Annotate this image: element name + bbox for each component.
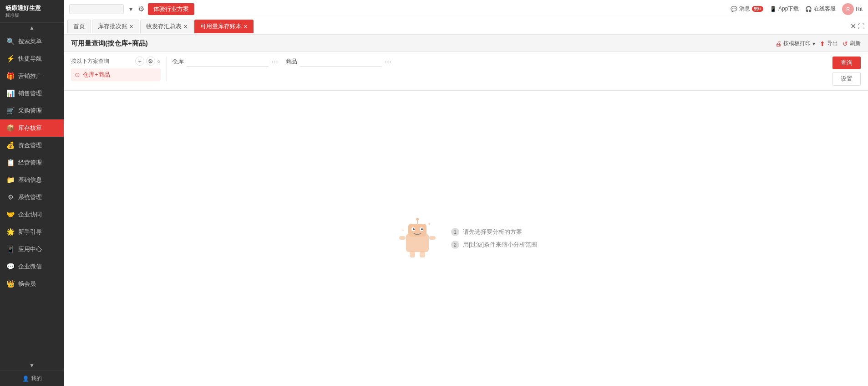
expand-tabs-btn[interactable]: ⛶ xyxy=(858,23,864,30)
tab-available-qty[interactable]: 可用量库存账本✕ xyxy=(194,20,254,33)
close-all-tabs-btn[interactable]: ✕ xyxy=(850,22,856,31)
inventory-label: 库存核算 xyxy=(18,124,42,132)
topbar-user[interactable]: R Rit xyxy=(842,3,863,15)
warehouse-goods-scheme-icon: ⊙ xyxy=(75,71,80,78)
quick-nav-label: 快捷导航 xyxy=(18,55,42,63)
scheme-items-container: ⊙ 仓库+商品 xyxy=(71,68,161,81)
query-actions: 查询 设置 xyxy=(829,57,861,86)
sidebar-item-inventory[interactable]: 📦 库存核算 xyxy=(0,119,64,137)
print-label: 按模板打印 xyxy=(783,40,811,47)
topbar-app-download[interactable]: 📱 App下载 xyxy=(770,5,799,13)
tip-num-2: 2 xyxy=(451,241,459,249)
scheme-settings-btn[interactable]: ⚙ xyxy=(146,57,155,66)
wechat-icon: 💬 xyxy=(6,262,15,271)
tabs-right: ✕ ⛶ xyxy=(850,22,864,31)
finance-label: 资金管理 xyxy=(18,141,42,149)
sidebar-scroll-up[interactable]: ▲ xyxy=(0,23,64,33)
add-scheme-btn[interactable]: + xyxy=(135,57,144,66)
tab-label-home: 首页 xyxy=(73,22,85,31)
quick-nav-icon: ⚡ xyxy=(6,55,15,63)
sidebar-item-operations[interactable]: 📋 经营管理 xyxy=(0,154,64,171)
topbar-dropdown-btn[interactable]: ▾ xyxy=(127,5,134,13)
empty-tip-1: 1 请先选择要分析的方案 xyxy=(451,228,537,236)
print-dropdown-icon: ▾ xyxy=(812,41,815,47)
svg-point-4 xyxy=(413,228,415,230)
topbar-industry-btn[interactable]: 体验行业方案 xyxy=(148,3,194,15)
svg-text:✦: ✦ xyxy=(401,228,405,232)
tab-batch-ledger[interactable]: 库存批次账✕ xyxy=(92,20,139,33)
export-btn[interactable]: ⬆ 导出 xyxy=(820,40,838,47)
collapse-panel-btn[interactable]: « xyxy=(157,57,161,65)
sidebar-item-system[interactable]: ⚙ 系统管理 xyxy=(0,189,64,206)
scheme-item-warehouse-goods[interactable]: ⊙ 仓库+商品 xyxy=(71,68,161,81)
search-icon: 🔍 xyxy=(6,37,15,46)
goods-input[interactable] xyxy=(300,57,382,67)
operations-label: 经营管理 xyxy=(18,159,42,167)
tab-recv-summary[interactable]: 收发存汇总表✕ xyxy=(140,20,193,33)
topbar-gear-btn[interactable]: ⚙ xyxy=(138,5,144,13)
refresh-btn[interactable]: ↺ 刷新 xyxy=(843,40,861,47)
topbar: ▾ ⚙ 体验行业方案 💬 消息 99+ 📱 App下载 🎧 在线客服 R Rit xyxy=(64,0,868,18)
sidebar-item-purchase[interactable]: 🛒 采购管理 xyxy=(0,102,64,119)
goods-label: 商品 xyxy=(285,57,297,66)
empty-state: ✦ ✦ 1 请先选择要分析的方案 2 用[过滤]条件来缩小分析范围 xyxy=(64,91,868,386)
close-tab-available-qty[interactable]: ✕ xyxy=(244,24,248,29)
scheme-label: 按以下方案查询 xyxy=(71,57,109,65)
sidebar-item-app-center[interactable]: 📱 应用中心 xyxy=(0,241,64,258)
message-badge: 99+ xyxy=(752,6,763,12)
export-icon: ⬆ xyxy=(820,40,825,47)
empty-tips: 1 请先选择要分析的方案 2 用[过滤]条件来缩小分析范围 xyxy=(451,228,537,249)
user-avatar: R xyxy=(842,3,854,15)
purchase-label: 采购管理 xyxy=(18,107,42,115)
sidebar-item-quick-nav[interactable]: ⚡ 快捷导航 xyxy=(0,50,64,67)
warehouse-more-btn[interactable]: ··· xyxy=(271,57,278,67)
close-tab-batch-ledger[interactable]: ✕ xyxy=(129,24,133,29)
sidebar-item-guide[interactable]: 🌟 新手引导 xyxy=(0,223,64,241)
topbar-online-service[interactable]: 🎧 在线客服 xyxy=(805,5,836,13)
filter-fields: 仓库 ··· 商品 ··· xyxy=(172,57,823,67)
topbar-search-input[interactable] xyxy=(69,4,124,14)
close-tab-recv-summary[interactable]: ✕ xyxy=(183,24,188,29)
message-label: 消息 xyxy=(739,5,750,13)
tip-2-text: 用[过滤]条件来缩小分析范围 xyxy=(463,241,537,249)
topbar-message[interactable]: 💬 消息 99+ xyxy=(731,5,763,13)
basic-info-label: 基础信息 xyxy=(18,176,42,184)
refresh-icon: ↺ xyxy=(843,40,848,47)
app-center-label: 应用中心 xyxy=(18,245,42,253)
sidebar-item-enterprise[interactable]: 🤝 企业协同 xyxy=(0,206,64,223)
tab-label-batch-ledger: 库存批次账 xyxy=(98,22,127,31)
refresh-label: 刷新 xyxy=(850,40,861,47)
query-scheme-section: 按以下方案查询 + ⚙ « ⊙ 仓库+商品 xyxy=(71,57,167,81)
sidebar-bottom[interactable]: 👤 我的 xyxy=(0,371,64,386)
system-icon: ⚙ xyxy=(6,193,15,201)
sidebar-item-member[interactable]: 👑 畅会员 xyxy=(0,275,64,293)
member-label: 畅会员 xyxy=(18,280,36,288)
sidebar-item-marketing[interactable]: 🎁 营销推广 xyxy=(0,67,64,85)
warehouse-input[interactable] xyxy=(187,57,269,67)
empty-illustration: ✦ ✦ xyxy=(395,216,440,261)
content-area: 可用量查询(按仓库+商品) 🖨 按模板打印 ▾ ⬆ 导出 ↺ 刷新 xyxy=(64,35,868,386)
sidebar-item-basic-info[interactable]: 📁 基础信息 xyxy=(0,171,64,189)
tab-home[interactable]: 首页 xyxy=(67,20,91,33)
tabs-bar: 首页库存批次账✕收发存汇总表✕可用量库存账本✕ ✕ ⛶ xyxy=(64,18,868,35)
app-icon: 📱 xyxy=(770,6,777,12)
sidebar-nav: 🔍 搜索菜单 ⚡ 快捷导航 🎁 营销推广 📊 销售管理 🛒 采购管理 📦 库存核… xyxy=(0,33,64,360)
query-btn[interactable]: 查询 xyxy=(832,57,861,69)
sidebar-bottom-icon: 👤 xyxy=(22,376,29,382)
sales-label: 销售管理 xyxy=(18,89,42,98)
svg-point-11 xyxy=(416,218,419,221)
goods-more-btn[interactable]: ··· xyxy=(385,57,391,67)
sidebar-scroll-down[interactable]: ▼ xyxy=(0,360,64,371)
operations-icon: 📋 xyxy=(6,159,15,167)
sidebar-item-search[interactable]: 🔍 搜索菜单 xyxy=(0,33,64,50)
search-label: 搜索菜单 xyxy=(18,37,42,46)
sidebar-item-sales[interactable]: 📊 销售管理 xyxy=(0,85,64,102)
sidebar-item-wechat[interactable]: 💬 企业微信 xyxy=(0,258,64,275)
svg-rect-6 xyxy=(399,236,406,240)
tip-num-1: 1 xyxy=(451,228,459,236)
sidebar-item-finance[interactable]: 💰 资金管理 xyxy=(0,137,64,154)
page-title: 可用量查询(按仓库+商品) xyxy=(71,39,148,48)
print-template-btn[interactable]: 🖨 按模板打印 ▾ xyxy=(775,40,815,47)
settings-action-btn[interactable]: 设置 xyxy=(832,72,861,86)
tab-label-available-qty: 可用量库存账本 xyxy=(200,22,242,31)
